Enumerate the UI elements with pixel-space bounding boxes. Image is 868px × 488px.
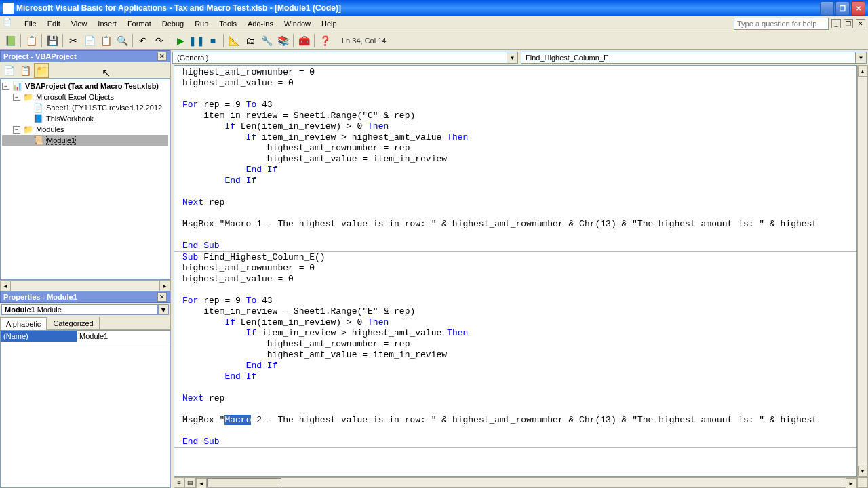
design-icon[interactable]: 📐 — [226, 33, 241, 48]
scroll-left-icon[interactable]: ◄ — [196, 478, 207, 488]
cursor-position-status: Ln 34, Col 14 — [338, 35, 390, 46]
find-icon[interactable]: 🔍 — [115, 33, 130, 48]
tree-folder-excel-objects[interactable]: − 📁 Microsoft Excel Objects — [2, 92, 168, 102]
properties-grid[interactable]: (Name) Module1 — [0, 330, 170, 488]
titlebar: Microsoft Visual Basic for Applications … — [0, 0, 868, 16]
scroll-up-icon[interactable]: ▲ — [858, 66, 867, 77]
workbook-icon: 📘 — [33, 114, 44, 123]
properties-icon[interactable]: 🔧 — [259, 33, 274, 48]
code-hscroll[interactable]: ◄ ► — [195, 477, 857, 488]
project-panel-close-button[interactable]: ✕ — [157, 52, 167, 61]
code-vscroll[interactable]: ▲ ▼ — [857, 65, 868, 477]
scroll-left-icon[interactable]: ◄ — [0, 281, 11, 291]
project-explorer-icon[interactable]: 🗂 — [243, 33, 258, 48]
redo-icon[interactable]: ↷ — [152, 33, 167, 48]
project-tree[interactable]: − 📊 VBAProject (Tax and Macro Test.xlsb)… — [0, 79, 170, 280]
code-editor[interactable]: highest_amt_rownumber = 0 highest_amt_va… — [174, 65, 857, 477]
copy-icon[interactable]: 📄 — [82, 33, 97, 48]
menu-file[interactable]: File — [19, 18, 42, 29]
minimize-button[interactable]: _ — [820, 1, 834, 16]
module-icon: 📜 — [33, 136, 44, 145]
view-object-icon[interactable]: 📋 — [18, 63, 33, 78]
tree-root[interactable]: − 📊 VBAProject (Tax and Macro Test.xlsb) — [2, 81, 168, 92]
view-code-icon[interactable]: 📄 — [1, 63, 16, 78]
prop-name-value[interactable]: Module1 — [77, 331, 170, 342]
sheet-icon: 📄 — [33, 103, 44, 113]
mdi-restore-button[interactable]: ❐ — [844, 19, 853, 28]
scroll-thumb[interactable] — [207, 478, 281, 487]
mouse-cursor: ↖ — [102, 79, 111, 79]
toggle-folders-icon[interactable]: 📁 — [34, 63, 49, 78]
menu-debug[interactable]: Debug — [157, 18, 189, 29]
procedure-view-button[interactable]: ≡ — [174, 477, 184, 488]
dropdown-icon[interactable]: ▼ — [158, 304, 169, 315]
project-hscroll[interactable]: ◄ ► — [0, 280, 170, 291]
collapse-icon[interactable]: − — [2, 83, 9, 90]
view-excel-icon[interactable]: 📗 — [3, 33, 18, 48]
scroll-down-icon[interactable]: ▼ — [858, 466, 867, 476]
menu-addins[interactable]: Add-Ins — [242, 18, 279, 29]
properties-object-selector[interactable]: Module1 Module ▼ — [1, 304, 169, 315]
collapse-icon[interactable]: − — [13, 126, 20, 134]
tree-sheet1[interactable]: 📄 Sheet1 (FY11STC.revised.12.2012 — [2, 102, 168, 113]
scroll-right-icon[interactable]: ► — [159, 281, 170, 291]
app-icon — [3, 3, 14, 14]
help-icon[interactable]: ❓ — [317, 33, 332, 48]
tab-alphabetic[interactable]: Alphabetic — [0, 317, 47, 330]
tab-categorized[interactable]: Categorized — [47, 317, 99, 329]
menu-window[interactable]: Window — [279, 18, 316, 29]
object-dropdown[interactable]: (General) ▼ — [172, 52, 518, 64]
properties-panel-title: Properties - Module1 — [3, 293, 77, 301]
menu-view[interactable]: View — [66, 18, 93, 29]
tree-folder-modules[interactable]: − 📁 Modules — [2, 124, 168, 135]
insert-module-icon[interactable]: 📋 — [24, 33, 39, 48]
tree-module1[interactable]: 📜 Module1 — [2, 135, 168, 146]
selected-text: Macro — [224, 415, 251, 425]
paste-icon[interactable]: 📋 — [98, 33, 113, 48]
undo-icon[interactable]: ↶ — [136, 33, 151, 48]
object-browser-icon[interactable]: 📚 — [275, 33, 290, 48]
dropdown-icon[interactable]: ▼ — [855, 52, 866, 63]
collapse-icon[interactable]: − — [13, 94, 20, 101]
vba-icon: 📄 — [3, 18, 15, 30]
vbaproject-icon: 📊 — [12, 81, 23, 91]
mdi-close-button[interactable]: ✕ — [856, 19, 865, 28]
mdi-minimize-button[interactable]: _ — [831, 19, 841, 28]
project-panel-title: Project - VBAProject — [3, 52, 77, 60]
properties-panel-header: Properties - Module1 ✕ — [0, 291, 170, 303]
close-button[interactable]: ✕ — [851, 1, 865, 16]
scroll-right-icon[interactable]: ► — [846, 478, 856, 488]
folder-icon: 📁 — [23, 125, 34, 134]
toolbox-icon[interactable]: 🧰 — [296, 33, 311, 48]
cut-icon[interactable]: ✂ — [66, 33, 81, 48]
menubar: 📄 File Edit View Insert Format Debug Run… — [0, 16, 868, 31]
full-module-view-button[interactable]: ▤ — [184, 477, 195, 488]
procedure-dropdown[interactable]: Find_Highest_Column_E ▼ — [521, 52, 867, 64]
menu-edit[interactable]: Edit — [42, 18, 66, 29]
properties-panel-close-button[interactable]: ✕ — [157, 292, 167, 302]
menu-tools[interactable]: Tools — [214, 18, 242, 29]
help-search-input[interactable] — [734, 18, 829, 30]
project-panel-header: Project - VBAProject ✕ — [0, 50, 170, 62]
save-icon[interactable]: 💾 — [45, 33, 60, 48]
menu-run[interactable]: Run — [189, 18, 214, 29]
project-toolbar: 📄 📋 📁 — [0, 62, 170, 79]
run-icon[interactable]: ▶ — [173, 33, 188, 48]
dropdown-icon[interactable]: ▼ — [507, 52, 517, 63]
reset-icon[interactable]: ■ — [205, 33, 220, 48]
menu-insert[interactable]: Insert — [92, 18, 122, 29]
folder-icon: 📁 — [23, 92, 34, 102]
menu-format[interactable]: Format — [122, 18, 157, 29]
tree-thisworkbook[interactable]: 📘 ThisWorkbook — [2, 113, 168, 124]
menu-help[interactable]: Help — [316, 18, 342, 29]
prop-name-label: (Name) — [1, 331, 77, 342]
break-icon[interactable]: ❚❚ — [189, 33, 204, 48]
maximize-button[interactable]: ❐ — [835, 1, 850, 16]
toolbar: 📗 📋 💾 ✂ 📄 📋 🔍 ↶ ↷ ▶ ❚❚ ■ 📐 🗂 🔧 📚 🧰 ❓ Ln … — [0, 31, 868, 50]
titlebar-text: Microsoft Visual Basic for Applications … — [16, 3, 820, 13]
